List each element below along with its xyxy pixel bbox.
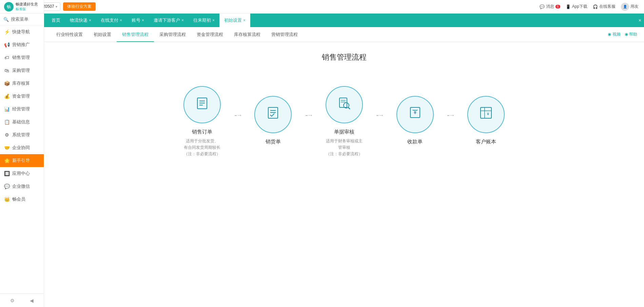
sub-tab-init-settings[interactable]: 初始设置 — [88, 27, 117, 42]
flow-node-sales-delivery[interactable]: 销货单 — [242, 96, 304, 148]
system-icon: ⚙ — [4, 132, 9, 138]
sidebar-item-label: 企业协同 — [12, 145, 30, 151]
nav-tab-close-payment[interactable]: × — [120, 18, 122, 23]
sidebar-item-inventory[interactable]: 📦 库存核算 — [0, 77, 44, 90]
sub-tab-industry[interactable]: 行业特性设置 — [51, 27, 88, 42]
flow-circle-customer-ledger: ¥ — [467, 96, 505, 133]
nav-tab-account[interactable]: 账号× — [127, 14, 149, 27]
member-icon: 👑 — [4, 197, 9, 202]
app-download-label: App下载 — [572, 4, 587, 9]
logo-icon: 畅 — [4, 2, 14, 12]
flow-circle-receipt: ¥ — [396, 96, 434, 133]
svg-text:¥: ¥ — [486, 112, 489, 116]
sidebar-item-enterprise-wechat[interactable]: 💬 企业微信 — [0, 180, 44, 193]
top-bar: 用户690企业1660120507 ▾ 体验行业方案 💬 消息 6 📱 App下… — [0, 0, 644, 14]
app-download-btn[interactable]: 📱 App下载 — [566, 4, 587, 9]
sidebar-item-marketing-promo[interactable]: 📢 营销推广 — [0, 38, 44, 51]
purchase-icon: 🛍 — [4, 68, 9, 73]
flow-circle-icon-doc-review — [337, 97, 351, 113]
flow-node-receipt[interactable]: ¥ 收款单 — [385, 96, 446, 148]
svg-rect-17 — [481, 107, 491, 118]
sub-tab-sales-flow[interactable]: 销售管理流程 — [117, 27, 154, 42]
flow-node-sales-order[interactable]: 销售订单 适用于分批发货、有合同发货周期较长（注：非必要流程） — [172, 86, 233, 158]
flow-node-title: 销售订单 — [192, 129, 212, 135]
marketing-promo-icon: 📢 — [4, 42, 9, 47]
sidebar-item-label: 企业微信 — [12, 183, 30, 189]
sidebar-item-label: 畅会员 — [12, 196, 25, 202]
sub-tabs: 行业特性设置初始设置销售管理流程采购管理流程资金管理流程库存核算流程营销管理流程… — [44, 27, 644, 42]
online-service-btn[interactable]: 🎧 在线客服 — [593, 4, 616, 9]
finance-icon: 💰 — [4, 94, 9, 99]
sidebar-item-label: 资金管理 — [12, 93, 30, 99]
sidebar-item-newbie[interactable]: 🌟 新手引导 — [0, 154, 44, 167]
help-link[interactable]: ◉ 帮助 — [625, 32, 637, 37]
sidebar: 畅 畅捷通好生意 标准版 🔍 搜索菜单 ⚡ 快捷导航 📢 营销推广 🏷 销售管理… — [0, 0, 44, 307]
sub-tab-label: 营销管理流程 — [271, 32, 298, 38]
nav-tab-close-logistics[interactable]: × — [89, 18, 91, 23]
sub-tab-label: 行业特性设置 — [56, 32, 83, 38]
settings-bottom-btn[interactable]: ⚙ — [10, 298, 15, 303]
sidebar-logo: 畅 畅捷通好生意 标准版 — [0, 0, 44, 14]
collapse-btn[interactable]: ◀ — [30, 298, 34, 303]
sub-tab-marketing-flow[interactable]: 营销管理流程 — [266, 27, 303, 42]
sub-tab-finance-flow[interactable]: 资金管理流程 — [191, 27, 229, 42]
page-content: 销售管理流程 销售订单 适用于分批发货、有合同发货周期较长（注：非必要流程） ·… — [44, 42, 644, 175]
sidebar-item-basic[interactable]: 📋 基础信息 — [0, 116, 44, 128]
trial-btn[interactable]: 体验行业方案 — [63, 2, 96, 11]
sidebar-bottom: ⚙ ◀ — [0, 293, 44, 307]
flow-circle-doc-review — [326, 86, 363, 123]
nav-tab-close-init[interactable]: × — [243, 18, 246, 23]
chevron-down-icon: ▾ — [56, 5, 57, 8]
nav-tab-payment[interactable]: 在线支付× — [96, 14, 127, 27]
message-badge: 6 — [555, 5, 560, 8]
inventory-icon: 📦 — [4, 81, 9, 86]
sub-tab-label: 库存核算流程 — [234, 32, 260, 38]
flow-circle-sales-order — [183, 86, 221, 123]
nav-tab-home[interactable]: 首页 — [47, 14, 65, 27]
nav-tab-history[interactable]: 往来期初× — [189, 14, 219, 27]
user-menu-btn[interactable]: 👤 用友 — [621, 3, 639, 11]
nav-tab-invite[interactable]: 邀请下游客户× — [149, 14, 189, 27]
sidebar-item-quick[interactable]: ⚡ 快捷导航 — [0, 25, 44, 38]
nav-tab-label: 在线支付 — [101, 17, 118, 23]
search-menu[interactable]: 🔍 搜索菜单 — [0, 14, 44, 25]
flow-arrow-arrow3: ···→ — [376, 111, 383, 132]
sub-tab-purchase-flow[interactable]: 采购管理流程 — [154, 27, 191, 42]
sub-tab-inventory-flow[interactable]: 库存核算流程 — [229, 27, 266, 42]
sidebar-item-app-center[interactable]: 🔲 应用中心 — [0, 167, 44, 180]
sidebar-item-label: 快捷导航 — [12, 29, 30, 35]
nav-tab-close-account[interactable]: × — [142, 18, 144, 23]
message-btn[interactable]: 💬 消息 6 — [540, 4, 560, 9]
nav-tab-close-history[interactable]: × — [212, 18, 215, 23]
sidebar-item-sales[interactable]: 🏷 销售管理 — [0, 51, 44, 64]
nav-tab-logistics[interactable]: 物流快递× — [65, 14, 96, 27]
sidebar-item-member[interactable]: 👑 畅会员 — [0, 193, 44, 206]
sales-icon: 🏷 — [4, 55, 9, 60]
sidebar-items: ⚡ 快捷导航 📢 营销推广 🏷 销售管理 🛍 采购管理 📦 库存核算 💰 资金管… — [0, 25, 44, 293]
flow-arrow-arrow4: ···→ — [447, 111, 454, 132]
sub-tab-label: 采购管理流程 — [159, 32, 186, 38]
nav-tab-init[interactable]: 初始设置× — [219, 14, 250, 27]
download-icon: 📱 — [566, 4, 571, 9]
flow-node-doc-review[interactable]: 单据审核 适用于财务审核或主管审核（注：非必要流程） — [314, 86, 375, 158]
sidebar-item-system[interactable]: ⚙ 系统管理 — [0, 128, 44, 141]
sidebar-item-finance[interactable]: 💰 资金管理 — [0, 90, 44, 103]
quick-icon: ⚡ — [4, 29, 9, 35]
nav-tabs: 首页物流快递×在线支付×账号×邀请下游客户×往来期初×初始设置×× — [44, 14, 644, 27]
nav-tab-label: 首页 — [52, 17, 60, 23]
nav-tabs-close-all[interactable]: × — [639, 18, 641, 23]
video-link[interactable]: ◉ 视频 — [608, 32, 620, 37]
newbie-icon: 🌟 — [4, 158, 9, 163]
sidebar-item-label: 采购管理 — [12, 67, 30, 74]
sidebar-item-operations[interactable]: 📊 经营管理 — [0, 103, 44, 116]
sub-tab-label: 销售管理流程 — [122, 32, 149, 38]
user-name: 用友 — [630, 4, 639, 9]
sidebar-item-purchase[interactable]: 🛍 采购管理 — [0, 64, 44, 77]
sidebar-item-label: 经营管理 — [12, 106, 30, 112]
flow-node-customer-ledger[interactable]: ¥ 客户账本 — [455, 96, 516, 148]
flow-node-desc: 适用于分批发货、有合同发货周期较长（注：非必要流程） — [184, 138, 220, 158]
nav-tab-close-invite[interactable]: × — [181, 18, 184, 23]
sidebar-item-label: 应用中心 — [12, 170, 30, 177]
message-label: 消息 — [546, 4, 554, 9]
sidebar-item-enterprise-collab[interactable]: 🤝 企业协同 — [0, 141, 44, 154]
